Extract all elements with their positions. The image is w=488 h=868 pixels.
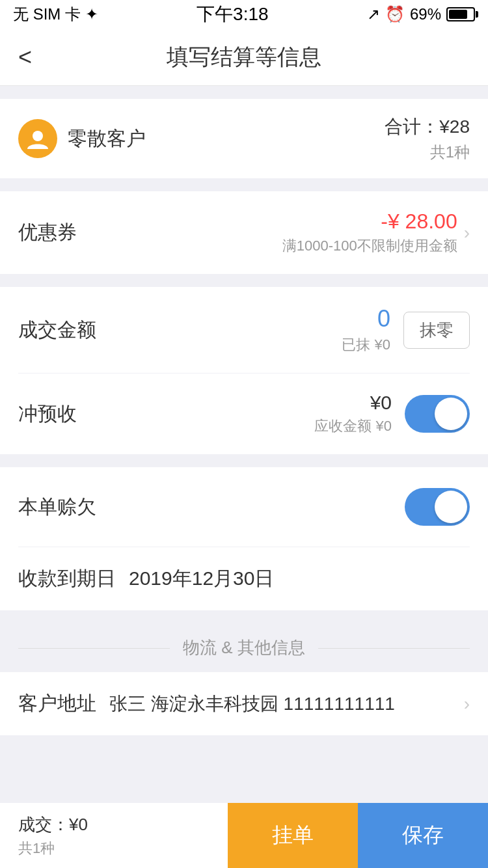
bottom-count: 共1种 <box>18 839 210 858</box>
section-gap-3 <box>0 274 488 287</box>
deal-section: 成交金额 0 已抹 ¥0 抹零 冲预收 ¥0 应收金额 ¥0 <box>0 287 488 454</box>
debt-section: 本单赊欠 收款到期日 2019年12月30日 <box>0 467 488 610</box>
due-date-value: 2019年12月30日 <box>129 565 274 592</box>
customer-row: 零散客户 合计：¥28 共1种 <box>18 99 470 178</box>
debt-label: 本单赊欠 <box>18 494 96 521</box>
status-time: 下午3:18 <box>197 2 269 27</box>
section-gap-1 <box>0 86 488 99</box>
section-gap-4 <box>0 454 488 467</box>
toggle-thumb <box>435 398 467 430</box>
address-value: 张三 海淀永丰科技园 11111111111 <box>109 692 464 716</box>
address-label: 客户地址 <box>18 690 96 717</box>
logistics-header: 物流 & 其他信息 <box>0 623 488 672</box>
coupon-amount: -¥ 28.00 <box>282 210 457 234</box>
customer-right: 合计：¥28 共1种 <box>385 115 470 163</box>
bottom-deal-display: 成交：¥0 <box>18 813 210 836</box>
deal-amount-row: 成交金额 0 已抹 ¥0 抹零 <box>18 287 470 373</box>
coupon-section: 优惠券 -¥ 28.00 满1000-100不限制使用金额 › <box>0 191 488 274</box>
customer-avatar <box>18 119 57 158</box>
due-date-label: 收款到期日 <box>18 565 116 592</box>
nav-bar: < 填写结算等信息 <box>0 29 488 86</box>
customer-section: 零散客户 合计：¥28 共1种 <box>0 99 488 178</box>
prepay-right: ¥0 应收金额 ¥0 <box>314 392 470 436</box>
coupon-right: -¥ 28.00 满1000-100不限制使用金额 › <box>282 210 470 256</box>
customer-name: 零散客户 <box>68 126 146 152</box>
prepay-value: ¥0 <box>314 392 392 414</box>
coupon-desc: 满1000-100不限制使用金额 <box>282 236 457 256</box>
customer-left: 零散客户 <box>18 119 146 158</box>
customer-total: 合计：¥28 <box>385 115 470 139</box>
bottom-deal-value: ¥0 <box>69 815 88 834</box>
coupon-label: 优惠券 <box>18 219 77 246</box>
deal-amount-label: 成交金额 <box>18 317 96 344</box>
bottom-deal-label: 成交： <box>18 815 69 834</box>
hangup-button[interactable]: 挂单 <box>228 803 358 868</box>
address-chevron-icon: › <box>464 694 470 714</box>
debt-row: 本单赊欠 <box>18 467 470 547</box>
prepay-row: 冲预收 ¥0 应收金额 ¥0 <box>18 373 470 454</box>
deal-right: 0 已抹 ¥0 抹零 <box>342 305 470 355</box>
debt-toggle-thumb <box>435 491 467 523</box>
save-button[interactable]: 保存 <box>358 803 488 868</box>
sim-status: 无 SIM 卡 ✦ <box>13 4 98 25</box>
round-button[interactable]: 抹零 <box>403 312 470 349</box>
page-title: 填写结算等信息 <box>167 42 321 72</box>
status-bar: 无 SIM 卡 ✦ 下午3:18 ↗ ⏰ 69% <box>0 0 488 29</box>
customer-count: 共1种 <box>385 142 470 163</box>
svg-point-0 <box>33 131 43 141</box>
coupon-row[interactable]: 优惠券 -¥ 28.00 满1000-100不限制使用金额 › <box>18 191 470 274</box>
prepay-toggle[interactable] <box>405 395 470 433</box>
deal-subtotal: 已抹 ¥0 <box>342 335 390 355</box>
alarm-icon: ⏰ <box>385 5 405 23</box>
address-row[interactable]: 客户地址 张三 海淀永丰科技园 11111111111 › <box>18 672 470 735</box>
battery-icon <box>446 7 475 21</box>
location-icon: ↗ <box>367 5 380 23</box>
prepay-subtotal: 应收金额 ¥0 <box>314 416 392 436</box>
debt-toggle[interactable] <box>405 488 470 526</box>
coupon-content: -¥ 28.00 满1000-100不限制使用金额 <box>282 210 457 256</box>
bottom-bar: 成交：¥0 共1种 挂单 保存 <box>0 803 488 868</box>
status-left: 无 SIM 卡 ✦ <box>13 4 98 25</box>
chevron-right-icon: › <box>464 223 470 243</box>
battery-label: 69% <box>410 5 441 23</box>
logistics-title: 物流 & 其他信息 <box>183 638 305 657</box>
status-right: ↗ ⏰ 69% <box>367 5 475 23</box>
deal-value: 0 <box>342 305 390 332</box>
deal-value-wrap: 0 已抹 ¥0 <box>342 305 390 355</box>
logistics-title-wrap: 物流 & 其他信息 <box>170 636 318 659</box>
back-button[interactable]: < <box>18 44 32 71</box>
prepay-value-wrap: ¥0 应收金额 ¥0 <box>314 392 392 436</box>
section-gap-2 <box>0 178 488 191</box>
section-gap-5 <box>0 610 488 623</box>
bottom-summary: 成交：¥0 共1种 <box>0 813 228 858</box>
due-date-row: 收款到期日 2019年12月30日 <box>18 547 470 610</box>
prepay-label: 冲预收 <box>18 401 77 427</box>
address-section: 客户地址 张三 海淀永丰科技园 11111111111 › <box>0 672 488 735</box>
